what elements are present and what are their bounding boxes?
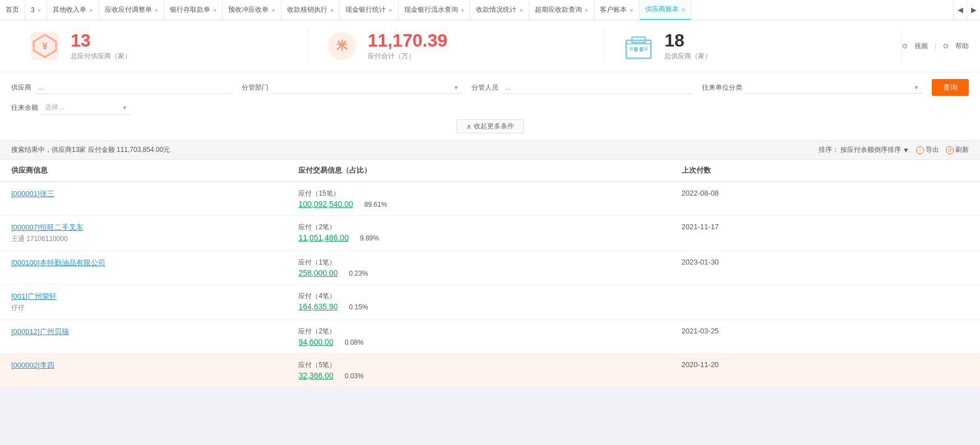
stats-header: ¥ 13 总应付供应商（家） 米 11,170.39 应付合计（万） xyxy=(0,20,980,72)
transaction-row: 32,366.00 0.03% xyxy=(298,370,681,380)
total-vendors-label: 总供应商（家） xyxy=(664,52,711,61)
nav-tab-prepaid-charge[interactable]: 预收冲应收单 × xyxy=(223,0,281,20)
ap-amount[interactable]: 164,635.90 xyxy=(298,302,338,311)
transaction-cell: 应付（1笔） 258,000.00 0.23% xyxy=(298,258,681,277)
transaction-cell: 应付（5笔） 32,366.00 0.03% xyxy=(298,360,681,380)
balance-arrow-icon: ▼ xyxy=(122,104,128,111)
table-row: [000001]张三 应付（15笔） 100,092,540.00 89.61%… xyxy=(0,182,980,216)
close-tab-vendor-book[interactable]: × xyxy=(682,6,685,13)
balance-label: 往来余额 xyxy=(11,103,38,113)
nav-tab-receipt-verify[interactable]: 收款核销执行 × xyxy=(281,0,340,20)
vendor-link[interactable]: [000002]李四 xyxy=(11,361,54,369)
vendor-link[interactable]: [000012]广州贝瑞 xyxy=(11,327,69,336)
vendor-input[interactable] xyxy=(35,81,233,94)
vendor-info-cell: [000007]恒旺二手叉车 王通 17106110000 xyxy=(11,222,298,244)
transaction-row: 94,600.00 0.08% xyxy=(298,336,681,346)
person-input[interactable] xyxy=(502,81,693,94)
ap-label: 应付（2笔） xyxy=(298,222,681,232)
svg-rect-7 xyxy=(634,47,637,52)
filter-row-2: 往来余额 选择... ▼ xyxy=(11,100,969,115)
nav-tab-home[interactable]: 首页 xyxy=(0,0,25,20)
nav-tab-ar-ap-adjust[interactable]: 应收应付调整单 × xyxy=(99,0,164,20)
vendor-link[interactable]: [000007]恒旺二手叉车 xyxy=(11,223,84,231)
close-tab-cash-bank-stat[interactable]: × xyxy=(389,7,392,13)
filter-balance: 往来余额 选择... ▼ xyxy=(11,100,131,115)
refresh-button[interactable]: ↺ 刷新 xyxy=(946,145,969,155)
svg-text:米: 米 xyxy=(336,39,348,52)
ap-amount[interactable]: 94,600.00 xyxy=(298,337,333,346)
dept-label: 分管部门 xyxy=(242,83,269,92)
export-icon: ↑ xyxy=(916,146,924,154)
nav-tab-3[interactable]: 3 × xyxy=(25,0,47,20)
ap-amount[interactable]: 11,051,486.00 xyxy=(298,233,349,242)
balance-select[interactable]: 选择... ▼ xyxy=(41,100,131,115)
svg-text:¥: ¥ xyxy=(43,41,48,51)
col-vendor-info: 供应商信息 xyxy=(11,165,298,175)
last-payment-cell: 2022-08-08 xyxy=(682,189,969,197)
stat-ap-total-info: 11,170.39 应付合计（万） xyxy=(368,31,447,61)
divider: | xyxy=(935,42,936,50)
sort-value: 按应付余额倒序排序 xyxy=(840,145,901,155)
close-tab-receipt-stat[interactable]: × xyxy=(519,7,523,13)
nav-next-arrow[interactable]: ▶ xyxy=(967,0,980,20)
video-icon: ⊙ xyxy=(902,42,908,50)
nav-tab-cash-bank-flow[interactable]: 现金银行流水查询 × xyxy=(399,0,470,20)
nav-tab-customer-book[interactable]: 客户账本 × xyxy=(594,0,639,20)
nav-tab-cash-bank-stat[interactable]: 现金银行统计 × xyxy=(340,0,398,20)
refresh-label: 刷新 xyxy=(955,145,969,155)
close-tab-prepaid-charge[interactable]: × xyxy=(271,7,275,13)
ap-label: 应付（2笔） xyxy=(298,327,681,336)
nav-tab-overdue-ar[interactable]: 超期应收款查询 × xyxy=(529,0,594,20)
query-button[interactable]: 查询 xyxy=(932,79,969,96)
stat-ap-vendors-info: 13 总应付供应商（家） xyxy=(71,31,131,61)
export-button[interactable]: ↑ 导出 xyxy=(916,145,939,155)
close-tab-3[interactable]: × xyxy=(38,7,41,13)
balance-placeholder: 选择... xyxy=(45,103,64,112)
collapse-button[interactable]: ∧ 收起更多条件 xyxy=(456,119,524,133)
sort-button[interactable]: 排序： 按应付余额倒序排序 ▼ xyxy=(819,145,909,155)
ap-amount[interactable]: 100,092,540.00 xyxy=(298,200,353,208)
stat-total-vendors-info: 18 总供应商（家） xyxy=(664,31,711,61)
nav-prev-arrow[interactable]: ◀ xyxy=(953,0,967,20)
ap-amount[interactable]: 258,000.00 xyxy=(298,268,338,277)
ap-pct: 89.61% xyxy=(364,201,387,208)
vendor-link[interactable]: [000100]本特勤油品有限公司 xyxy=(11,258,105,267)
last-payment-cell: 2023-01-30 xyxy=(682,258,969,266)
table-row: [001]广州荣轩 仔仔 应付（4笔） 164,635.90 0.15% xyxy=(0,285,980,320)
transaction-row: 11,051,486.00 9.89% xyxy=(298,232,681,242)
vendor-link[interactable]: [001]广州荣轩 xyxy=(11,292,57,300)
vendor-info-cell: [001]广州荣轩 仔仔 xyxy=(11,291,298,313)
video-link[interactable]: 视频 xyxy=(914,41,928,51)
close-tab-bank-deposit[interactable]: × xyxy=(213,7,216,13)
sort-area: 排序： 按应付余额倒序排序 ▼ ↑ 导出 ↺ 刷新 xyxy=(819,145,969,155)
svg-rect-8 xyxy=(640,47,643,52)
ap-amount[interactable]: 32,366.00 xyxy=(298,371,333,380)
ap-label: 应付（1笔） xyxy=(298,258,681,267)
transaction-row: 100,092,540.00 89.61% xyxy=(298,198,681,208)
unit-class-select[interactable]: ▼ xyxy=(746,82,923,94)
close-tab-receipt-verify[interactable]: × xyxy=(330,7,334,13)
nav-tab-other-income[interactable]: 其他收入单 × xyxy=(47,0,99,20)
total-vendors-number: 18 xyxy=(664,31,711,49)
ap-pct: 0.15% xyxy=(349,303,368,311)
filter-dept: 分管部门 ▼ xyxy=(242,82,463,94)
close-tab-ar-ap-adjust[interactable]: × xyxy=(155,7,158,13)
close-tab-customer-book[interactable]: × xyxy=(630,7,633,13)
dept-select[interactable]: ▼ xyxy=(272,82,463,94)
nav-tab-receipt-stat[interactable]: 收款情况统计 × xyxy=(470,0,529,20)
nav-tab-bank-deposit[interactable]: 银行存取款单 × xyxy=(164,0,223,20)
close-tab-cash-bank-flow[interactable]: × xyxy=(461,7,464,13)
stat-ap-total: 米 11,170.39 应付合计（万） xyxy=(308,29,605,63)
results-summary: 搜索结果中，供应商13家 应付金额 111,703,854.00元 xyxy=(11,145,170,155)
vendor-link[interactable]: [000001]张三 xyxy=(11,189,54,198)
last-payment-cell: 2020-11-20 xyxy=(682,360,969,369)
nav-tab-vendor-book[interactable]: 供应商账本 × xyxy=(640,0,691,20)
last-payment-cell: 2021-11-17 xyxy=(682,222,969,231)
close-tab-other-income[interactable]: × xyxy=(89,7,93,13)
nav-arrows: ◀ ▶ xyxy=(953,0,980,20)
close-tab-overdue-ar[interactable]: × xyxy=(585,7,588,13)
last-payment-cell: 2021-03-25 xyxy=(682,327,969,335)
transaction-row: 164,635.90 0.15% xyxy=(298,301,681,311)
help-link[interactable]: 帮助 xyxy=(955,41,969,51)
person-label: 分管人员 xyxy=(471,83,498,92)
